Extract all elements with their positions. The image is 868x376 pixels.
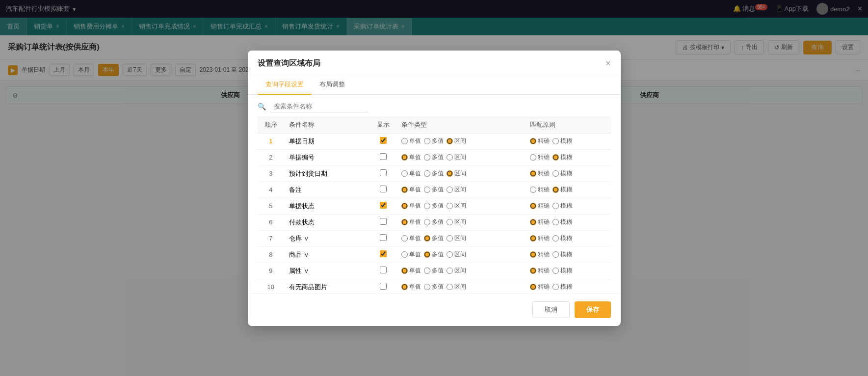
type-multi-radio[interactable] (424, 235, 430, 242)
match-exact-radio[interactable] (530, 170, 536, 177)
match-exact-label[interactable]: 精确 (530, 186, 550, 194)
type-multi-radio[interactable] (424, 154, 430, 161)
match-exact-label[interactable]: 精确 (530, 234, 550, 242)
match-fuzzy-radio[interactable] (552, 170, 559, 177)
type-multi-label[interactable]: 多值 (424, 186, 444, 194)
type-single-radio[interactable] (401, 251, 408, 258)
type-range-label[interactable]: 区间 (447, 267, 466, 275)
type-range-label[interactable]: 区间 (447, 250, 466, 259)
modal-tab-query-fields[interactable]: 查询字段设置 (258, 75, 312, 95)
row-display-checkbox[interactable] (380, 186, 387, 192)
type-multi-label[interactable]: 多值 (424, 153, 444, 161)
type-range-radio[interactable] (447, 235, 453, 242)
type-multi-label[interactable]: 多值 (424, 137, 444, 145)
type-single-label[interactable]: 单值 (401, 234, 421, 242)
match-fuzzy-label[interactable]: 模糊 (552, 137, 572, 145)
type-single-radio[interactable] (401, 170, 408, 177)
modal-overlay[interactable]: 设置查询区域布局 × 查询字段设置 布局调整 🔍 顺序 条件名称 (0, 0, 868, 277)
condition-search-input[interactable] (270, 101, 368, 112)
type-single-label[interactable]: 单值 (401, 250, 421, 259)
match-fuzzy-radio[interactable] (552, 235, 559, 242)
type-single-label[interactable]: 单值 (401, 186, 421, 194)
match-fuzzy-label[interactable]: 模糊 (552, 267, 572, 275)
match-exact-label[interactable]: 精确 (530, 218, 550, 226)
type-single-radio[interactable] (401, 154, 408, 161)
match-fuzzy-label[interactable]: 模糊 (552, 186, 572, 194)
type-range-label[interactable]: 区间 (447, 137, 466, 145)
match-exact-radio[interactable] (530, 268, 536, 274)
type-multi-radio[interactable] (424, 203, 430, 209)
match-fuzzy-label[interactable]: 模糊 (552, 234, 572, 242)
type-range-radio[interactable] (447, 187, 453, 193)
row-display-checkbox[interactable] (380, 250, 387, 257)
match-fuzzy-radio[interactable] (552, 219, 559, 225)
type-single-label[interactable]: 单值 (401, 137, 421, 145)
type-multi-radio[interactable] (424, 219, 430, 225)
type-single-label[interactable]: 单值 (401, 169, 421, 178)
type-multi-label[interactable]: 多值 (424, 169, 444, 178)
type-multi-radio[interactable] (424, 268, 430, 274)
row-display-checkbox[interactable] (380, 267, 387, 273)
type-range-radio[interactable] (447, 170, 453, 177)
match-fuzzy-radio[interactable] (552, 187, 559, 193)
type-range-label[interactable]: 区间 (447, 153, 466, 161)
type-single-radio[interactable] (401, 187, 408, 193)
type-multi-radio[interactable] (424, 251, 430, 258)
match-exact-radio[interactable] (530, 154, 536, 161)
row-display-checkbox[interactable] (380, 218, 387, 225)
match-exact-radio[interactable] (530, 203, 536, 209)
type-single-label[interactable]: 单值 (401, 153, 421, 161)
row-display-checkbox[interactable] (380, 169, 387, 176)
match-exact-label[interactable]: 精确 (530, 137, 550, 145)
type-range-label[interactable]: 区间 (447, 202, 466, 210)
type-multi-radio[interactable] (424, 170, 430, 177)
match-fuzzy-label[interactable]: 模糊 (552, 169, 572, 178)
match-fuzzy-label[interactable]: 模糊 (552, 218, 572, 226)
type-single-radio[interactable] (401, 235, 408, 242)
type-multi-label[interactable]: 多值 (424, 267, 444, 275)
row-display-checkbox[interactable] (380, 202, 387, 209)
type-single-label[interactable]: 单值 (401, 267, 421, 275)
type-range-radio[interactable] (447, 203, 453, 209)
modal-close-button[interactable]: × (605, 59, 611, 68)
match-fuzzy-radio[interactable] (552, 251, 559, 258)
type-range-label[interactable]: 区间 (447, 169, 466, 178)
match-exact-label[interactable]: 精确 (530, 153, 550, 161)
match-fuzzy-label[interactable]: 模糊 (552, 153, 572, 161)
row-display-checkbox[interactable] (380, 153, 387, 160)
type-range-label[interactable]: 区间 (447, 186, 466, 194)
match-fuzzy-radio[interactable] (552, 203, 559, 209)
match-fuzzy-radio[interactable] (552, 268, 559, 274)
row-display-checkbox[interactable] (380, 234, 387, 241)
type-range-radio[interactable] (447, 268, 453, 274)
type-single-label[interactable]: 单值 (401, 218, 421, 226)
type-range-label[interactable]: 区间 (447, 234, 466, 242)
type-single-radio[interactable] (401, 138, 408, 144)
match-exact-radio[interactable] (530, 251, 536, 258)
match-exact-radio[interactable] (530, 235, 536, 242)
type-single-label[interactable]: 单值 (401, 202, 421, 210)
row-display-checkbox[interactable] (380, 137, 387, 144)
type-range-radio[interactable] (447, 154, 453, 161)
modal-tab-layout[interactable]: 布局调整 (312, 75, 353, 95)
match-exact-radio[interactable] (530, 138, 536, 144)
type-multi-radio[interactable] (424, 187, 430, 193)
type-range-label[interactable]: 区间 (447, 218, 466, 226)
match-exact-label[interactable]: 精确 (530, 169, 550, 178)
match-fuzzy-label[interactable]: 模糊 (552, 202, 572, 210)
type-range-radio[interactable] (447, 251, 453, 258)
type-single-radio[interactable] (401, 268, 408, 274)
type-multi-label[interactable]: 多值 (424, 202, 444, 210)
type-multi-label[interactable]: 多值 (424, 250, 444, 259)
match-fuzzy-radio[interactable] (552, 154, 559, 161)
type-multi-radio[interactable] (424, 138, 430, 144)
match-exact-label[interactable]: 精确 (530, 202, 550, 210)
type-range-radio[interactable] (447, 138, 453, 144)
match-exact-radio[interactable] (530, 187, 536, 193)
type-single-radio[interactable] (401, 219, 408, 225)
match-fuzzy-label[interactable]: 模糊 (552, 250, 572, 259)
type-single-radio[interactable] (401, 203, 408, 209)
match-exact-label[interactable]: 精确 (530, 250, 550, 259)
type-range-radio[interactable] (447, 219, 453, 225)
type-multi-label[interactable]: 多值 (424, 218, 444, 226)
